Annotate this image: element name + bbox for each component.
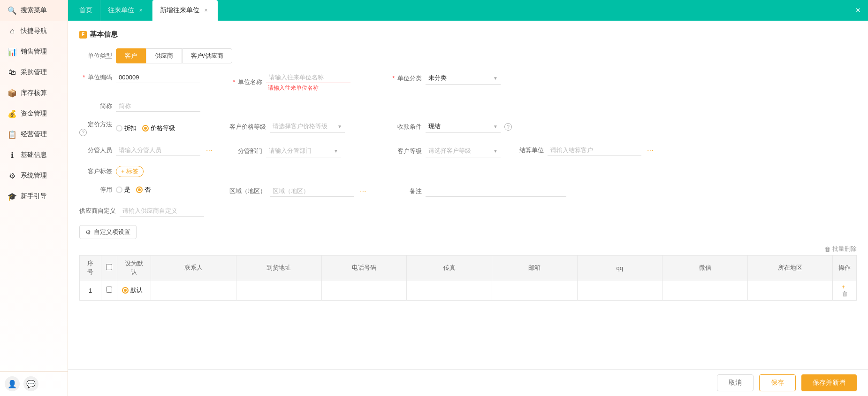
row-qq[interactable] <box>577 280 662 301</box>
row-qq-input[interactable] <box>582 287 658 294</box>
footer: 取消 保存 保存并新增 <box>68 369 868 396</box>
row-email[interactable] <box>492 280 577 301</box>
region-input[interactable] <box>270 186 354 197</box>
payment-help-icon[interactable]: ? <box>504 123 512 131</box>
sidebar-item-operations[interactable]: 📋 经营管理 <box>0 124 68 145</box>
tab-partner-label: 往来单位 <box>108 6 134 15</box>
department-select[interactable]: 请输入分管部门 ▼ <box>266 145 341 157</box>
row-check <box>101 280 117 301</box>
table-row: 1 默认 <box>80 280 857 301</box>
save-new-button[interactable]: 保存并新增 <box>801 374 857 391</box>
region-field: 区域（地区） ··· <box>229 186 389 197</box>
tab-new-partner-label: 新增往来单位 <box>160 6 199 15</box>
pricing-radio-discount[interactable]: 折扣 <box>116 124 137 132</box>
col-header-check <box>101 256 117 280</box>
section-title-text: 基本信息 <box>90 30 118 39</box>
row-region[interactable] <box>747 280 833 301</box>
pricing-method-field: 定价方法 ? 折扣 价格等级 <box>79 120 229 136</box>
row-email-input[interactable] <box>497 287 572 294</box>
sidebar: 🔍 搜索菜单 ⌂ 快捷导航 📊 销售管理 🛍 采购管理 📦 库存核算 💰 资金管… <box>0 0 68 396</box>
row-wechat-input[interactable] <box>667 287 743 294</box>
customer-level-field: 客户等级 请选择客户等级 ▼ <box>389 145 511 157</box>
sidebar-label-purchase: 采购管理 <box>21 68 47 77</box>
disable-radio-group: 是 否 <box>116 186 151 194</box>
tab-partner[interactable]: 往来单位 × <box>100 0 152 21</box>
remark-input[interactable] <box>426 186 566 197</box>
pricing-radio-level[interactable]: 价格等级 <box>142 124 175 132</box>
col-header-no: 序号 <box>80 256 101 280</box>
unit-code-input[interactable] <box>116 72 200 83</box>
unit-cat-field: * 单位分类 未分类 ▼ <box>389 72 530 85</box>
sidebar-label-basic-info: 基础信息 <box>21 151 47 159</box>
unit-type-both[interactable]: 客户/供应商 <box>182 48 232 63</box>
row-contact-input[interactable] <box>156 287 231 294</box>
tab-bar-close-all[interactable]: × <box>852 6 864 16</box>
disable-no[interactable]: 否 <box>136 186 151 194</box>
manager-field: 分管人员 ··· <box>79 145 229 156</box>
row-fax[interactable] <box>407 280 492 301</box>
sidebar-item-guide[interactable]: 🎓 新手引导 <box>0 186 68 207</box>
manager-more-icon[interactable]: ··· <box>204 146 214 155</box>
tab-new-partner-close[interactable]: × <box>202 7 210 14</box>
sidebar-item-nav[interactable]: ⌂ 快捷导航 <box>0 21 68 41</box>
tab-home[interactable]: 首页 <box>72 0 100 21</box>
sidebar-item-search[interactable]: 🔍 搜索菜单 <box>0 0 68 21</box>
col-header-contact: 联系人 <box>151 256 236 280</box>
tab-partner-close[interactable]: × <box>137 7 145 14</box>
table-select-all[interactable] <box>106 264 112 270</box>
sidebar-item-system[interactable]: ⚙ 系统管理 <box>0 165 68 186</box>
row-phone[interactable] <box>321 280 407 301</box>
row-region-input[interactable] <box>753 287 828 294</box>
radio-discount-circle <box>116 125 122 132</box>
row-no: 1 <box>80 280 101 301</box>
sidebar-item-sales[interactable]: 📊 销售管理 <box>0 41 68 62</box>
unit-type-customer[interactable]: 客户 <box>116 48 146 63</box>
row-address[interactable] <box>236 280 322 301</box>
pricing-method-label: 定价方法 ? <box>79 120 112 136</box>
row-checkbox[interactable] <box>106 287 112 293</box>
customer-price-field: 客户价格等级 请选择客户价格等级 ▼ <box>229 120 389 133</box>
pricing-help-icon[interactable]: ? <box>79 129 87 136</box>
save-button[interactable]: 保存 <box>759 374 796 391</box>
sidebar-item-finance[interactable]: 💰 资金管理 <box>0 103 68 124</box>
settlement-unit-input[interactable] <box>548 145 641 156</box>
tab-new-partner[interactable]: 新增往来单位 × <box>152 0 218 21</box>
home-icon: ⌂ <box>8 26 17 36</box>
tab-bar: 首页 往来单位 × 新增往来单位 × × <box>68 0 868 21</box>
cancel-button[interactable]: 取消 <box>717 374 754 391</box>
sidebar-item-purchase[interactable]: 🛍 采购管理 <box>0 62 68 83</box>
row-fax-input[interactable] <box>411 287 487 294</box>
row-phone-input[interactable] <box>327 287 402 294</box>
main-area: 首页 往来单位 × 新增往来单位 × × F 基本信息 单位类型 客户 供应商 … <box>68 0 868 396</box>
unit-cat-select[interactable]: 未分类 ▼ <box>426 72 501 85</box>
unit-code-field: * 单位编码 <box>79 72 229 83</box>
disable-yes[interactable]: 是 <box>116 186 130 194</box>
content-area: F 基本信息 单位类型 客户 供应商 客户/供应商 * 单位编码 <box>68 21 868 369</box>
tag-add-button[interactable]: + 标签 <box>116 166 144 177</box>
sidebar-label-sales: 销售管理 <box>21 47 47 56</box>
supplier-custom-input[interactable] <box>120 205 204 217</box>
customer-price-select[interactable]: 请选择客户价格等级 ▼ <box>270 120 345 133</box>
row-wechat[interactable] <box>662 280 748 301</box>
sidebar-item-basic-info[interactable]: ℹ 基础信息 <box>0 145 68 165</box>
row-contact[interactable] <box>151 280 236 301</box>
batch-delete-label[interactable]: 批量删除 <box>832 245 857 253</box>
payment-terms-select[interactable]: 现结 ▼ <box>426 120 501 133</box>
region-more-icon[interactable]: ··· <box>358 187 368 195</box>
customer-level-select[interactable]: 请选择客户等级 ▼ <box>426 145 501 157</box>
batch-delete-area: 🗑 批量删除 <box>79 245 857 253</box>
short-name-input[interactable] <box>116 101 200 112</box>
settlement-more-icon[interactable]: ··· <box>645 146 655 155</box>
search-icon: 🔍 <box>8 6 17 15</box>
unit-type-supplier[interactable]: 供应商 <box>146 48 182 63</box>
row-delete-btn[interactable]: 🗑 <box>842 290 848 297</box>
manager-input[interactable] <box>116 145 200 156</box>
sidebar-item-inventory[interactable]: 📦 库存核算 <box>0 83 68 103</box>
settings-button[interactable]: ⚙ 自定义项设置 <box>79 225 137 239</box>
pricing-radio-group: 折扣 价格等级 <box>116 124 175 132</box>
department-field: 分管部门 请输入分管部门 ▼ <box>229 145 389 157</box>
row-address-input[interactable] <box>241 287 317 294</box>
unit-name-input[interactable] <box>266 72 350 83</box>
row-add-btn[interactable]: + <box>841 283 845 290</box>
sidebar-label-guide: 新手引导 <box>21 192 47 201</box>
